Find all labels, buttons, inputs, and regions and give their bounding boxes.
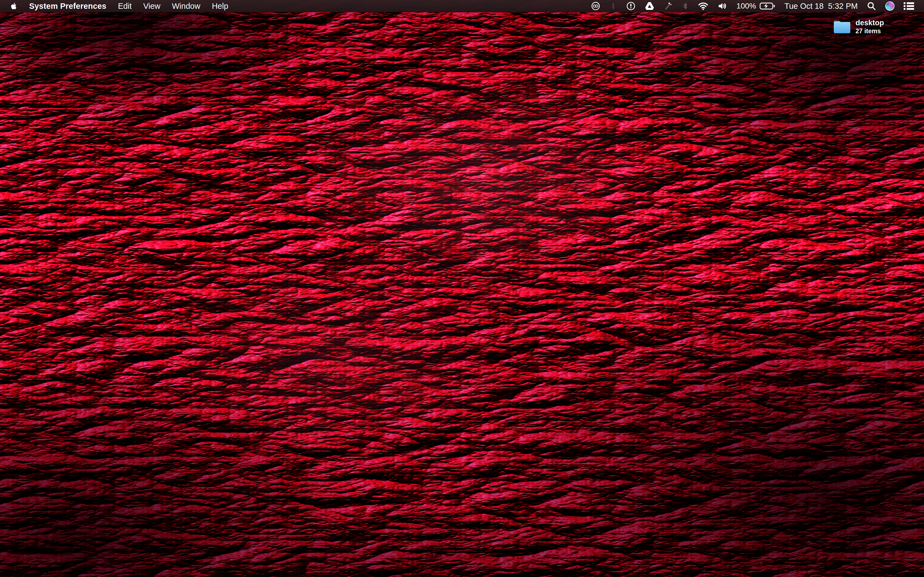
adobe-creative-cloud-icon[interactable] [591, 0, 601, 12]
menu-bar-left: System Preferences Edit View Window Help [0, 0, 240, 12]
notification-center-icon[interactable] [904, 0, 914, 12]
battery-percent-label: 100% [737, 2, 756, 10]
menu-edit[interactable]: Edit [118, 2, 132, 11]
wand-icon[interactable] [663, 0, 673, 12]
1password-icon[interactable] [626, 0, 636, 12]
folder-icon [833, 19, 851, 34]
bluetooth-icon[interactable] [682, 0, 689, 12]
dimmed-status-icon[interactable] [610, 0, 617, 12]
desktop-folder-labels: desktop 27 items [856, 19, 884, 34]
spotlight-search-icon[interactable] [867, 0, 876, 12]
wifi-icon[interactable] [698, 0, 708, 12]
desktop-folder-name: desktop [856, 19, 884, 27]
menu-bar-clock[interactable]: Tue Oct 18 5:32 PM [785, 2, 858, 11]
desktop: System Preferences Edit View Window Help [0, 0, 924, 577]
siri-icon[interactable] [885, 0, 895, 12]
desktop-folder-count: 27 items [856, 28, 884, 34]
menu-bar: System Preferences Edit View Window Help [0, 0, 924, 12]
wallpaper-red-waves [0, 0, 924, 577]
desktop-folder-item[interactable]: desktop 27 items [833, 19, 884, 34]
menu-view[interactable]: View [143, 2, 160, 11]
battery-status[interactable]: 100% [737, 2, 775, 10]
volume-icon[interactable] [717, 0, 727, 12]
apple-menu[interactable] [10, 2, 18, 10]
active-app-menu[interactable]: System Preferences [29, 2, 107, 11]
battery-charging-icon [759, 2, 775, 10]
apple-icon [10, 2, 18, 10]
menu-help[interactable]: Help [212, 2, 228, 11]
menu-window[interactable]: Window [172, 2, 200, 11]
menu-bar-status: 100% Tue Oct 18 5:32 PM [591, 0, 924, 12]
google-drive-icon[interactable] [645, 0, 654, 12]
